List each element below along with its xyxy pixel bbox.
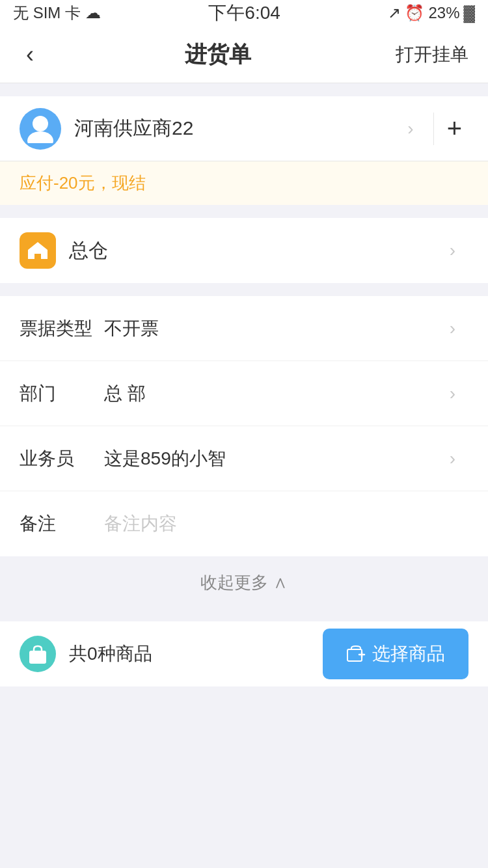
battery-icon: ▓ xyxy=(464,4,476,22)
salesperson-chevron-icon: › xyxy=(450,448,455,469)
collapse-bar[interactable]: 收起更多 ∧ xyxy=(0,556,488,608)
bottom-section: 共0种商品 选择商品 xyxy=(0,621,488,686)
product-count-label: 共0种商品 xyxy=(69,642,323,666)
invoice-type-value: 不开票 xyxy=(104,316,450,341)
select-product-icon xyxy=(346,645,366,662)
page-title: 进货单 xyxy=(185,40,251,70)
form-section: 票据类型 不开票 › 部门 总 部 › 业务员 这是859的小智 › 备注 备注… xyxy=(0,296,488,556)
house-icon xyxy=(27,241,49,260)
collapse-text: 收起更多 ∧ xyxy=(200,571,287,594)
invoice-type-chevron-icon: › xyxy=(450,318,455,339)
notice-bar: 应付-20元，现结 xyxy=(0,161,488,205)
supplier-chevron-icon: › xyxy=(407,118,413,139)
remark-input[interactable]: 备注内容 xyxy=(104,511,468,536)
warehouse-section[interactable]: 总仓 › xyxy=(0,218,488,283)
status-bar: 无 SIM 卡 ☁ 下午6:04 ↗ ⏰ 23% ▓ xyxy=(0,0,488,26)
warehouse-chevron-icon: › xyxy=(450,240,455,261)
remark-label: 备注 xyxy=(20,511,104,536)
svg-rect-2 xyxy=(29,651,46,664)
svg-point-0 xyxy=(33,116,48,131)
supplier-section[interactable]: 河南供应商22 › + xyxy=(0,96,488,161)
alarm-icon: ⏰ xyxy=(405,4,424,22)
avatar-icon xyxy=(27,115,53,143)
status-time: 下午6:04 xyxy=(208,1,280,25)
status-left: 无 SIM 卡 ☁ xyxy=(13,3,101,23)
select-product-label: 选择商品 xyxy=(372,642,445,666)
department-label: 部门 xyxy=(20,381,104,406)
department-chevron-icon: › xyxy=(450,383,455,404)
back-button[interactable]: ‹ xyxy=(20,34,40,75)
supplier-divider xyxy=(433,113,434,145)
product-icon xyxy=(20,636,56,672)
salesperson-label: 业务员 xyxy=(20,446,104,471)
warehouse-name: 总仓 xyxy=(69,237,450,264)
nav-bar: ‹ 进货单 打开挂单 xyxy=(0,26,488,83)
warehouse-icon xyxy=(20,232,56,269)
open-pending-button[interactable]: 打开挂单 xyxy=(396,42,468,67)
sim-label: 无 SIM 卡 ☁ xyxy=(13,3,101,23)
supplier-avatar xyxy=(20,108,61,150)
salesperson-row[interactable]: 业务员 这是859的小智 › xyxy=(0,426,488,491)
select-product-button[interactable]: 选择商品 xyxy=(323,629,468,679)
bag-icon xyxy=(27,644,49,664)
invoice-type-label: 票据类型 xyxy=(20,316,104,341)
notice-text: 应付-20元，现结 xyxy=(20,173,146,193)
add-supplier-button[interactable]: + xyxy=(441,107,468,150)
svg-point-1 xyxy=(27,131,53,143)
status-right: ↗ ⏰ 23% ▓ xyxy=(388,4,475,22)
department-value: 总 部 xyxy=(104,381,450,406)
invoice-type-row[interactable]: 票据类型 不开票 › xyxy=(0,296,488,361)
supplier-name: 河南供应商22 xyxy=(74,115,407,142)
salesperson-value: 这是859的小智 xyxy=(104,446,450,471)
department-row[interactable]: 部门 总 部 › xyxy=(0,361,488,426)
location-icon: ↗ xyxy=(388,4,401,22)
remark-row[interactable]: 备注 备注内容 xyxy=(0,491,488,556)
section-gap-1 xyxy=(0,83,488,96)
battery-label: 23% xyxy=(428,4,459,22)
